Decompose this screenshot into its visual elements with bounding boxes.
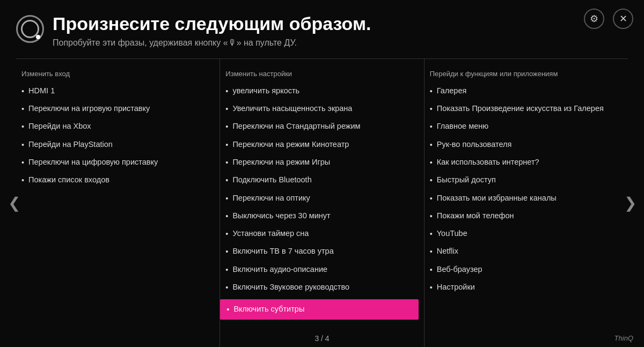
- list-item[interactable]: •Переключи на режим Игры: [225, 157, 413, 168]
- list-item[interactable]: •Включить Звуковое руководство: [225, 282, 413, 293]
- page-indicator: 3 / 4: [314, 334, 329, 343]
- list-item[interactable]: •Переключи на режим Кинотеатр: [225, 139, 413, 150]
- bullet: •: [430, 211, 433, 222]
- list-item-subtitles[interactable]: •Включить субтитры: [220, 299, 418, 319]
- main-content: ❮ ❯ Изменить вход •HDMI 1 •Переключи на …: [0, 59, 644, 347]
- logo-icon: [16, 15, 44, 43]
- header-subtitle: Попробуйте эти фразы, удерживая кнопку «…: [53, 38, 612, 48]
- list-item[interactable]: •Увеличить насыщенность экрана: [225, 103, 413, 114]
- bullet: •: [21, 175, 24, 186]
- bullet: •: [225, 121, 228, 132]
- list-item[interactable]: •Переключи на игровую приставку: [21, 103, 209, 114]
- list-item[interactable]: •Переключи на оптику: [225, 193, 413, 204]
- list-item[interactable]: •HDMI 1: [21, 85, 209, 97]
- bullet: •: [225, 193, 228, 204]
- bullet: •: [225, 246, 228, 257]
- list-item[interactable]: •Перейди на PlayStation: [21, 139, 209, 150]
- list-item-youtube[interactable]: •YouTube: [430, 228, 617, 239]
- next-button[interactable]: ❯: [619, 187, 641, 219]
- list-item[interactable]: •Включить ТВ в 7 часов утра: [225, 246, 413, 257]
- column-settings-title: Изменить настройки: [225, 70, 413, 78]
- bullet: •: [225, 211, 228, 222]
- footer: 3 / 4 ThinQ: [0, 330, 644, 347]
- bullet: •: [430, 139, 433, 150]
- header-text: Произнесите следующим образом. Попробуйт…: [53, 13, 612, 48]
- bullet: •: [225, 139, 228, 150]
- column-settings: Изменить настройки •увеличить яркость •У…: [220, 59, 424, 347]
- settings-button[interactable]: ⚙: [584, 9, 604, 29]
- bullet: •: [21, 157, 24, 168]
- bullet: •: [430, 282, 433, 293]
- list-item[interactable]: •Главное меню: [430, 121, 617, 132]
- close-icon: ✕: [619, 13, 627, 25]
- list-item[interactable]: •Настройки: [430, 282, 617, 293]
- bullet: •: [225, 86, 228, 97]
- list-item[interactable]: •Покажи мой телефон: [430, 210, 617, 222]
- list-item[interactable]: •Включить аудио-описание: [225, 264, 413, 275]
- list-item[interactable]: •Показать мои избранные каналы: [430, 193, 617, 204]
- brand-logo: ThinQ: [614, 334, 633, 342]
- prev-button[interactable]: ❮: [3, 187, 25, 219]
- column-apps-title: Перейди к функциям или приложениям: [430, 70, 617, 78]
- list-item[interactable]: •Подключить Bluetooth: [225, 174, 413, 186]
- bullet: •: [430, 104, 433, 114]
- header-title: Произнесите следующим образом.: [53, 13, 612, 35]
- bullet: •: [21, 121, 24, 132]
- bullet: •: [430, 246, 433, 257]
- list-item[interactable]: •Веб-браузер: [430, 264, 617, 275]
- list-item[interactable]: •Перейди на Xbox: [21, 121, 209, 132]
- list-item[interactable]: •Галерея: [430, 85, 617, 97]
- bullet: •: [430, 121, 433, 132]
- bullet: •: [225, 175, 228, 186]
- bullet: •: [225, 282, 228, 293]
- bullet: •: [21, 104, 24, 114]
- column-input-title: Изменить вход: [21, 70, 209, 78]
- settings-icon: ⚙: [590, 13, 598, 25]
- bullet: •: [430, 228, 433, 239]
- list-item-netflix[interactable]: •Netflix: [430, 246, 617, 257]
- close-button[interactable]: ✕: [613, 9, 633, 29]
- list-item[interactable]: •Переключи на цифровую приставку: [21, 157, 209, 168]
- list-item[interactable]: •Покажи список входов: [21, 174, 209, 186]
- list-item[interactable]: •Установи таймер сна: [225, 228, 413, 239]
- list-item[interactable]: •Быстрый доступ: [430, 174, 617, 186]
- arrow-left-icon: ❮: [8, 194, 20, 212]
- list-item[interactable]: •Переключи на Стандартный режим: [225, 121, 413, 132]
- bullet: •: [21, 86, 24, 97]
- bullet: •: [21, 139, 24, 150]
- bullet: •: [225, 157, 228, 168]
- bullet: •: [430, 175, 433, 186]
- bullet: •: [430, 86, 433, 97]
- column-input: Изменить вход •HDMI 1 •Переключи на игро…: [16, 59, 220, 347]
- logo-dot: [36, 35, 40, 39]
- list-item[interactable]: •Рук-во пользователя: [430, 139, 617, 150]
- bullet: •: [225, 228, 228, 239]
- list-item[interactable]: •Показать Произведение искусства из Гале…: [430, 103, 617, 114]
- list-item[interactable]: •Как использовать интернет?: [430, 157, 617, 168]
- columns-container: Изменить вход •HDMI 1 •Переключи на игро…: [0, 59, 644, 347]
- bullet: •: [225, 104, 228, 114]
- header: Произнесите следующим образом. Попробуйт…: [0, 0, 644, 58]
- bullet: •: [226, 304, 229, 315]
- column-apps: Перейди к функциям или приложениям •Гале…: [425, 59, 628, 347]
- bullet: •: [225, 264, 228, 275]
- bullet: •: [430, 193, 433, 204]
- arrow-right-icon: ❯: [624, 194, 636, 212]
- list-item[interactable]: •Выключись через 30 минут: [225, 210, 413, 222]
- bullet: •: [430, 157, 433, 168]
- bullet: •: [430, 264, 433, 275]
- header-icons: ⚙ ✕: [584, 9, 633, 29]
- list-item[interactable]: •увеличить яркость: [225, 85, 413, 97]
